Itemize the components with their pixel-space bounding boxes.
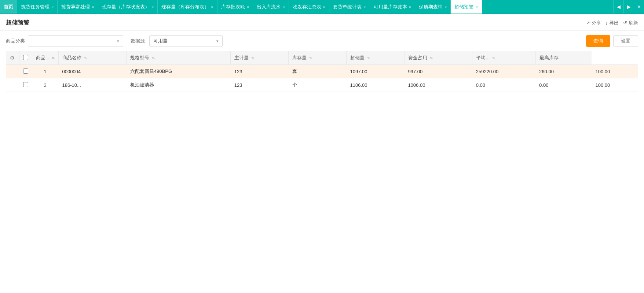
nav-tab-batch-label: 库存批次账 [221,4,245,10]
refresh-label: 刷新 [629,20,638,26]
col-max-stock-label: 最高库存 [539,55,559,60]
col-product-code[interactable]: 商品... ⇅ [32,51,58,65]
col-avg-label: 平均... [476,55,490,60]
row-product-code: 186-10... [58,78,126,92]
nav-tab-order-stat-label: 要货单统计表 [333,4,362,10]
nav-tab-batch-close[interactable]: × [247,5,249,9]
nav-tab-abnormal[interactable]: 拣货异常处理 × [58,0,98,14]
filter-row: 商品分类 ▾ 数据源 可用量 ▾ 查询 设置 [0,31,644,51]
category-filter: 商品分类 ▾ [6,35,123,47]
query-button[interactable]: 查询 [586,35,610,47]
nav-tab-quality-label: 保质期查询 [419,4,443,10]
header-actions: ↗ 分享 ↓ 导出 ↺ 刷新 [586,20,638,26]
nav-tab-task-mgmt-label: 拣货任务管理 [21,4,50,10]
col-gear: ⚙ [6,51,19,65]
sort-icon-unit: ⇅ [251,56,254,60]
row-avg: 0.00 [535,78,592,92]
col-overstock-label: 超储量 [350,55,365,60]
nav-tab-home[interactable]: 首页 [0,0,17,14]
nav-tab-inv-dist-close[interactable]: × [211,5,213,9]
page-header: 超储预警 ↗ 分享 ↓ 导出 ↺ 刷新 [0,14,644,31]
sort-icon-capital: ⇅ [430,56,433,60]
row-num: 2 [32,78,58,92]
nav-tab-abnormal-label: 拣货异常处理 [61,4,90,10]
nav-next-btn[interactable]: ▶ [623,0,634,14]
col-capital[interactable]: 资金占用 ⇅ [404,51,472,65]
nav-tab-overstock[interactable]: 超储预警 × [451,0,482,14]
nav-tab-collect[interactable]: 收发存汇总表 × [289,0,329,14]
sort-icon-avg: ⇅ [492,56,495,60]
nav-tab-avail-label: 可用量库存账本 [374,4,407,10]
datasource-select[interactable]: 可用量 ▾ [149,35,223,47]
sort-icon-product-code: ⇅ [52,56,55,60]
nav-close-all-btn[interactable]: ✕ [634,0,644,14]
row-overstock: 1006.00 [404,78,472,92]
row-product-code: 0000004 [58,65,126,78]
refresh-button[interactable]: ↺ 刷新 [623,20,638,26]
share-button[interactable]: ↗ 分享 [586,20,601,26]
col-product-name[interactable]: 商品名称 ⇅ [58,51,126,65]
nav-tab-inv-status-label: 现存量（库存状况表） [102,4,150,10]
col-avg[interactable]: 平均... ⇅ [472,51,535,65]
nav-tab-avail-close[interactable]: × [409,5,411,9]
row-checkbox-0[interactable] [23,68,28,74]
col-spec[interactable]: 规格型号 ⇅ [127,51,231,65]
row-spec: 123 [231,65,289,78]
nav-tab-order-stat[interactable]: 要货单统计表 × [329,0,370,14]
col-spec-label: 规格型号 [130,55,149,60]
col-inventory-label: 库存量 [292,55,307,60]
gear-icon[interactable]: ⚙ [10,55,15,61]
row-checkbox-1[interactable] [23,82,28,87]
nav-tab-overstock-close[interactable]: × [475,5,477,9]
col-capital-label: 资金占用 [408,55,427,60]
nav-tab-collect-close[interactable]: × [323,5,325,9]
row-capital: 259220.00 [472,65,535,78]
nav-tab-avail[interactable]: 可用量库存账本 × [370,0,415,14]
col-unit[interactable]: 主计量 ⇅ [231,51,289,65]
category-label: 商品分类 [6,38,25,44]
export-button[interactable]: ↓ 导出 [605,20,619,26]
sort-icon-overstock: ⇅ [367,56,370,60]
row-max-stock: 100.00 [592,78,638,92]
nav-tab-inout-close[interactable]: × [282,5,285,9]
row-gear-cell [6,78,19,92]
nav-tab-batch[interactable]: 库存批次账 × [217,0,253,14]
nav-tab-order-stat-close[interactable]: × [363,5,366,9]
data-table: ⚙ 商品... ⇅ 商品名称 ⇅ 规格型号 ⇅ [6,51,638,92]
col-inventory[interactable]: 库存量 ⇅ [289,51,347,65]
row-overstock: 997.00 [404,65,472,78]
select-all-checkbox[interactable] [23,55,28,60]
sort-icon-spec: ⇅ [152,56,155,60]
nav-tab-overstock-label: 超储预警 [454,4,473,10]
nav-tab-inout[interactable]: 出入库流水 × [253,0,289,14]
nav-tab-quality[interactable]: 保质期查询 × [415,0,451,14]
table-body: 1 0000004 六配套新昌490BPG 123 套 1097.00 997.… [6,65,638,92]
row-inventory: 1106.00 [346,78,404,92]
row-product-name: 六配套新昌490BPG [127,65,231,78]
table-header-row: ⚙ 商品... ⇅ 商品名称 ⇅ 规格型号 ⇅ [6,51,638,65]
col-checkbox-header [19,51,32,65]
col-max-stock[interactable]: 最高库存 [535,51,592,65]
nav-tab-abnormal-close[interactable]: × [92,5,94,9]
nav-tab-task-mgmt-close[interactable]: × [51,5,54,9]
row-avg: 260.00 [535,65,592,78]
col-product-name-label: 商品名称 [62,55,81,60]
chevron-down-icon: ▾ [117,39,119,44]
nav-tab-inv-dist[interactable]: 现存量（库存分布表） × [158,0,217,14]
nav-tab-inv-status-close[interactable]: × [151,5,154,9]
col-overstock[interactable]: 超储量 ⇅ [346,51,404,65]
datasource-label: 数据源 [131,38,145,44]
nav-tab-quality-close[interactable]: × [444,5,447,9]
row-max-stock: 100.00 [592,65,638,78]
category-select[interactable]: ▾ [28,35,123,47]
settings-button[interactable]: 设置 [613,35,638,47]
nav-tab-task-mgmt[interactable]: 拣货任务管理 × [17,0,58,14]
row-spec: 123 [231,78,289,92]
row-checkbox-cell [19,78,32,92]
sort-icon-product-name: ⇅ [84,56,87,60]
row-product-name: 机油滤清器 [127,78,231,92]
page-title: 超储预警 [6,19,29,27]
nav-tab-inv-status[interactable]: 现存量（库存状况表） × [98,0,158,14]
nav-tab-home-label: 首页 [4,4,13,10]
nav-prev-btn[interactable]: ◀ [613,0,623,14]
